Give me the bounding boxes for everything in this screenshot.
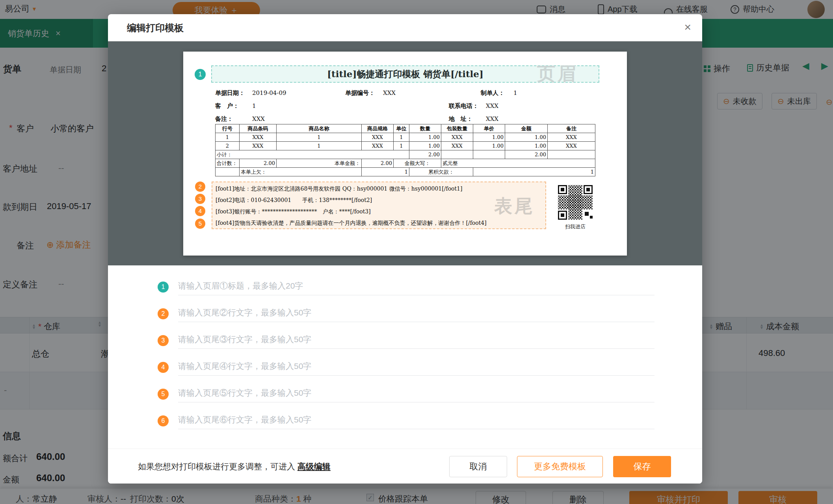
total-qty: 2.00 — [240, 159, 277, 168]
cell: 2 — [216, 142, 240, 150]
marker-5: 5 — [195, 219, 205, 229]
advanced-edit-link[interactable]: 高级编辑 — [298, 462, 331, 471]
marker-3: 3 — [158, 335, 169, 346]
cell: 1.00 — [409, 133, 441, 142]
cell: XXX — [362, 133, 394, 142]
header-title-input[interactable] — [178, 276, 654, 295]
items-header-row: 行号商品条码商品名称商品规格单位数量包装数量单价金额备注 — [216, 124, 595, 133]
maker-value: 1 — [513, 89, 517, 96]
phone-value: XXX — [486, 102, 498, 109]
footer-line-4-input[interactable] — [178, 357, 654, 376]
item-row: 2XXX1XXX11.00XXX1.001.00XXX — [216, 142, 595, 150]
cell: 1 — [277, 142, 362, 150]
bill-amount-label: 本单金额： — [277, 159, 362, 168]
cell: 1.00 — [409, 142, 441, 150]
cell — [473, 150, 505, 159]
advanced-edit-hint: 如果您想对打印模板进行更多调整，可进入 高级编辑 — [138, 449, 331, 484]
customer-value: 1 — [252, 102, 256, 109]
owed-row: 本单上欠：1累积欠款：1 — [216, 168, 595, 176]
cell: XXX — [441, 142, 473, 150]
remark-label: 备注： — [215, 115, 233, 123]
screen: 易公司 ▾ 我要体验 ＋ 消息 App下载 在线客服 ? 帮助中心 — [0, 0, 833, 504]
cell: 1 — [394, 142, 409, 150]
owed-value: 1 — [362, 168, 409, 176]
cell: XXX — [240, 142, 277, 150]
marker-2: 2 — [158, 308, 169, 319]
footer-line-1: [foot1]地址：北京市海淀区北清路68号用友软件园 QQ：hsy000001… — [216, 183, 542, 195]
cell: 1.00 — [505, 142, 548, 150]
col-header: 备注 — [548, 124, 595, 133]
footer-line-3-input[interactable] — [178, 330, 654, 349]
remark-value: XXX — [252, 115, 265, 122]
bill-amount: 2.00 — [362, 159, 394, 168]
doc-no-value: XXX — [383, 89, 396, 96]
item-row: 1XXX1XXX11.00XXX1.001.00XXX — [216, 133, 595, 142]
input-row-3: 3 — [158, 328, 654, 354]
cell — [441, 150, 473, 159]
more-templates-button[interactable]: 更多免费模板 — [517, 456, 603, 477]
customer-label: 客 户： — [215, 102, 239, 110]
input-row-2: 2 — [158, 302, 654, 328]
marker-1: 1 — [195, 69, 206, 80]
cell: XXX — [362, 142, 394, 150]
col-header: 单价 — [473, 124, 505, 133]
header-watermark: 页眉 — [537, 62, 578, 86]
cum-label: 累积欠款： — [409, 168, 473, 176]
cell: 1.00 — [473, 142, 505, 150]
cell: 1.00 — [473, 133, 505, 142]
footer-line-4: [foot4]货物当天请验收清楚，产品质量问题请在一个月内退换，逾期概不负责，还… — [216, 217, 542, 229]
col-header: 金额 — [505, 124, 548, 133]
hint-text: 如果您想对打印模板进行更多调整，可进入 — [138, 462, 298, 471]
template-preview-area: 1 [title]畅捷通打印模板 销货单[/title] 页眉 单据日期： 20… — [108, 41, 702, 265]
col-header: 商品规格 — [362, 124, 394, 133]
footer-watermark: 表尾 — [494, 194, 535, 219]
doc-date-value: 2019-04-09 — [252, 89, 286, 96]
marker-5: 5 — [158, 389, 169, 400]
caps-value: 贰元整 — [441, 159, 595, 168]
footer-line-6-input[interactable] — [178, 410, 654, 429]
input-row-5: 5 — [158, 382, 654, 408]
close-icon[interactable]: × — [684, 21, 691, 33]
cell: XXX — [548, 133, 595, 142]
subtotal-label: 小计： — [216, 150, 409, 159]
total-label: 合计数： — [216, 159, 240, 168]
cancel-button[interactable]: 取消 — [449, 456, 507, 477]
cell — [548, 150, 595, 159]
footer-line-5-input[interactable] — [178, 384, 654, 402]
marker-6: 6 — [158, 415, 169, 426]
address-value: XXX — [486, 115, 498, 122]
modal-title: 编辑打印模板 — [127, 14, 184, 41]
col-header: 包装数量 — [441, 124, 473, 133]
save-button[interactable]: 保存 — [613, 456, 671, 477]
cell: 1 — [216, 133, 240, 142]
col-header: 数量 — [409, 124, 441, 133]
footer-line-2: [foot2]电话：010-62430001 手机：138********[/f… — [216, 195, 542, 206]
modal-footer: 如果您想对打印模板进行更多调整，可进入 高级编辑 取消 更多免费模板 保存 — [108, 448, 702, 484]
col-header: 单位 — [394, 124, 409, 133]
qr-caption: 扫我进店 — [557, 223, 594, 230]
footer-line-3: [foot3]银行账号：******************** 户名：****… — [216, 206, 542, 217]
cell: 1 — [394, 133, 409, 142]
cell: 1.00 — [505, 133, 548, 142]
print-template-page: 1 [title]畅捷通打印模板 销货单[/title] 页眉 单据日期： 20… — [183, 52, 627, 256]
col-header: 行号 — [216, 124, 240, 133]
items-table: 行号商品条码商品名称商品规格单位数量包装数量单价金额备注 1XXX1XXX11.… — [215, 124, 595, 176]
subtotal-amount: 2.00 — [505, 150, 548, 159]
cell: XXX — [240, 133, 277, 142]
edit-print-template-modal: 编辑打印模板 × 1 [title]畅捷通打印模板 销货单[/title] 页眉… — [108, 14, 702, 484]
footer-line-2-input[interactable] — [178, 303, 654, 322]
subtotal-qty: 2.00 — [409, 150, 441, 159]
input-row-6: 6 — [158, 409, 654, 435]
qr-code: 扫我进店 — [557, 184, 594, 230]
maker-label: 制单人： — [481, 89, 504, 97]
cum-value: 1 — [473, 168, 595, 176]
cell: 1 — [277, 133, 362, 142]
col-header: 商品条码 — [240, 124, 277, 133]
owed-label: 本单上欠： — [240, 168, 362, 176]
qr-code-image — [557, 184, 594, 221]
modal-header: 编辑打印模板 × — [108, 14, 702, 41]
marker-2: 2 — [195, 182, 205, 192]
doc-no-label: 单据编号： — [345, 89, 375, 97]
total-row: 合计数：2.00本单金额：2.00金额大写：贰元整 — [216, 159, 595, 168]
subtotal-row: 小计：2.002.00 — [216, 150, 595, 159]
